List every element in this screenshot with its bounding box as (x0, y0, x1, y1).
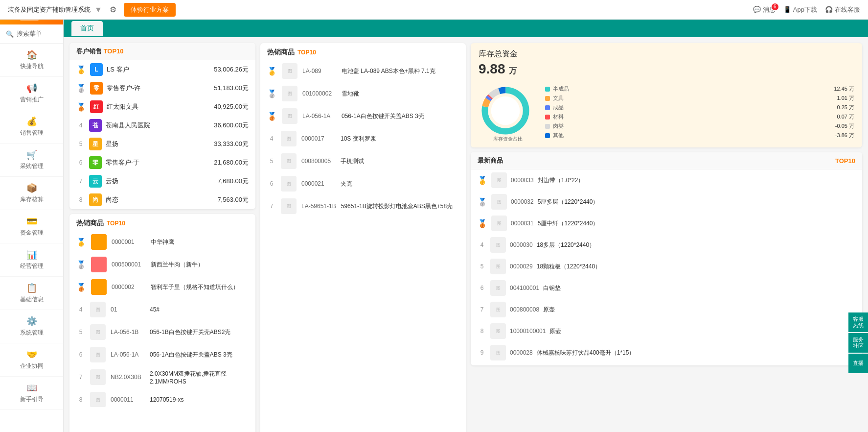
message-badge: 6 (772, 3, 778, 10)
legend-name: 文具 (553, 95, 817, 102)
svg-point-0 (491, 96, 520, 125)
customer-amount: 33,333.00元 (214, 140, 249, 148)
product-name: 原壶 (543, 306, 855, 314)
chevron-down-icon[interactable]: ▼ (94, 5, 102, 14)
nav-label-0: 快捷导航 (20, 62, 44, 71)
legend-name: 肉类 (553, 122, 817, 130)
product-code: 0000029 (510, 263, 533, 270)
hot-products-list-left: 🥇 0000001 中华神鹰 🥈 000500001 新西兰牛肉（新牛） 🥉 0… (69, 231, 255, 407)
rank-num: 6 (76, 159, 85, 166)
hot-product-left-8: 8 图 0000011 12070519-xs (69, 388, 255, 407)
product-name: 18多层（1220*2440） (537, 241, 855, 249)
customer-item-2: 🥈 零 零售客户-许 51,183.00元 (69, 79, 255, 97)
hot-product-right-4: 4 图 0000017 10S 变利罗浆 (260, 127, 466, 150)
hot-product-left-3: 🥉 0000002 智利车子里（规格不知道填什么） (69, 276, 255, 298)
product-image: 图 (281, 198, 297, 214)
donut-svg (479, 84, 532, 138)
search-menu-button[interactable]: 🔍 搜索菜单 (0, 24, 63, 44)
sidebar-item-快捷导航[interactable]: 🏠快捷导航 (0, 44, 63, 77)
rank-medal: 🥈 (478, 197, 487, 207)
content-area: 客户销售 TOP10 🥇 L LS 客户 53,006.26元 🥈 零 零售客户… (64, 37, 868, 432)
search-icon: 🔍 (6, 30, 14, 38)
donut-chart: 库存资金占比 (479, 84, 537, 143)
product-image (91, 234, 107, 250)
product-name: 电池盖 LA-089 ABS本色+黑种 7.1克 (342, 67, 459, 75)
hot-product-left-4: 4 图 01 45# (69, 298, 255, 321)
product-code: 0000033 (511, 177, 534, 184)
rank-medal: 🥇 (76, 65, 86, 74)
customer-name: 红太阳文具 (107, 102, 210, 111)
new-product-7: 7 图 000800008 原壶 (471, 299, 862, 320)
hot-products-title-right: 热销商品 TOP10 (260, 43, 466, 60)
legend-item-材料: 材料 0.07 万 (545, 113, 854, 120)
nav-label-7: 基础信息 (20, 295, 44, 304)
product-code: 0000011 (111, 396, 145, 403)
nav-icon-6: 📊 (26, 249, 37, 260)
sidebar-item-新手引导[interactable]: 📖新手引导 (0, 377, 63, 410)
nav-icon-0: 🏠 (26, 49, 37, 60)
product-code: 10000100001 (510, 328, 546, 335)
product-name: 2.0X30MM双捶花轴,捶花直径2.1MM/ROHS (150, 370, 249, 385)
new-product-4: 4 图 0000030 18多层（1220*2440） (471, 234, 862, 256)
product-image: 图 (491, 172, 507, 188)
product-code: 000800008 (510, 306, 539, 313)
sidebar-item-库存核算[interactable]: 📦库存核算 (0, 177, 63, 210)
sidebar-item-营销推广[interactable]: 📢营销推广 (0, 77, 63, 110)
hot-product-right-1: 🥇 图 LA-089 电池盖 LA-089 ABS本色+黑种 7.1克 (260, 60, 466, 82)
nav-label-5: 资金管理 (20, 229, 44, 237)
hot-product-left-6: 6 图 LA-056-1A 056-1A白色按键开关盖ABS 3壳 (69, 343, 255, 366)
online-service-button[interactable]: 🎧 在线客服 (825, 5, 860, 14)
product-name: 新西兰牛肉（新牛） (151, 261, 249, 269)
customer-avatar: 零 (90, 82, 103, 95)
sidebar-item-系统管理[interactable]: ⚙️系统管理 (0, 310, 63, 343)
product-code: 0000002 (112, 284, 146, 290)
customer-amount: 7,563.00元 (217, 195, 249, 204)
sidebar-item-采购管理[interactable]: 🛒采购管理 (0, 144, 63, 177)
product-name: 056-1A白色按键开关盖ABS 3壳 (150, 351, 249, 359)
customer-name: 苍南县人民医院 (106, 121, 210, 130)
app-download-button[interactable]: 📱 App下载 (783, 5, 817, 14)
inventory-title: 库存总资金 (471, 43, 862, 59)
legend-dot (545, 124, 550, 129)
customer-sales-card: 客户销售 TOP10 🥇 L LS 客户 53,006.26元 🥈 零 零售客户… (69, 43, 255, 209)
product-name: 封边带（1.0*22） (538, 176, 855, 185)
phone-icon: 📱 (783, 6, 791, 13)
nav-icon-4: 📦 (26, 183, 37, 193)
sidebar-item-基础信息[interactable]: 📋基础信息 (0, 277, 63, 310)
product-code: 0000001 (112, 239, 146, 245)
sidebar-item-资金管理[interactable]: 💳资金管理 (0, 210, 63, 243)
rank-num: 7 (478, 306, 486, 313)
inventory-amount: 9.88 万 (471, 59, 862, 79)
product-image: 图 (490, 323, 506, 339)
message-button[interactable]: 💬 消息 6 (753, 5, 776, 14)
product-image: 图 (281, 131, 297, 146)
header-left: 装备及固定资产辅助管理系统 ▼ ⚙ 体验行业方案 (8, 3, 176, 17)
online-service-label: 在线客服 (835, 5, 860, 14)
legend-name: 其他 (553, 132, 817, 139)
sidebar-item-销售管理[interactable]: 💰销售管理 (0, 110, 63, 144)
nav-label-3: 采购管理 (20, 162, 44, 170)
try-button[interactable]: 体验行业方案 (124, 3, 176, 17)
legend-dot (545, 87, 550, 92)
float-button-0[interactable]: 客服 热线 (848, 312, 868, 332)
nav-label-1: 营销推广 (20, 96, 44, 104)
hot-product-right-7: 7 图 LA-59651-1B 59651-1B旋转投影灯电池盒ABS黑色+58… (260, 195, 466, 217)
product-name: 18颗粒板（1220*2440） (537, 263, 855, 271)
customer-avatar: 星 (89, 138, 102, 150)
nav-icon-7: 📋 (26, 283, 37, 293)
customer-amount: 21,680.00元 (214, 158, 249, 167)
tab-首页[interactable]: 首页 (71, 21, 103, 36)
sidebar-item-经营管理[interactable]: 📊经营管理 (0, 243, 63, 277)
settings-button[interactable]: ⚙ (106, 3, 120, 17)
float-button-1[interactable]: 服务 社区 (848, 333, 868, 353)
rank-num: 5 (76, 329, 85, 336)
nav-label-6: 经营管理 (20, 262, 44, 270)
product-image: 图 (490, 259, 506, 274)
sidebar-item-企业协同[interactable]: 🤝企业协同 (0, 343, 63, 377)
middle-panel: 热销商品 TOP10 🥇 图 LA-089 电池盖 LA-089 ABS本色+黑… (260, 43, 466, 432)
float-button-2[interactable]: 直播 (848, 354, 868, 373)
rank-medal: 🥈 (267, 89, 277, 98)
product-code: 0000030 (510, 241, 533, 248)
rank-num: 5 (478, 263, 486, 270)
product-name: 雪地靴 (342, 90, 459, 98)
